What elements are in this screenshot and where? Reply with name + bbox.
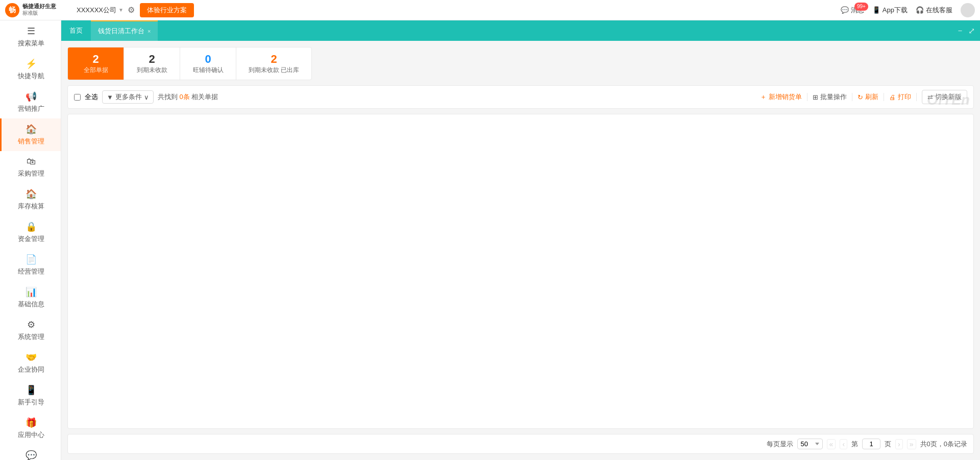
top-header: 畅 畅捷通好生意 标准版 XXXXXX公司 ▼ ⚙ 体验行业方案 💬 消息 99… bbox=[0, 0, 980, 20]
sidebar-label-finance: 资金管理 bbox=[18, 234, 44, 244]
app-download-icon: 📱 bbox=[872, 6, 880, 14]
sidebar-label-inventory: 库存核算 bbox=[18, 202, 44, 211]
tab-active-label: 钱货日清工作台 bbox=[98, 27, 144, 36]
sidebar-item-base-info[interactable]: 📊 基础信息 bbox=[0, 281, 61, 314]
print-button[interactable]: 🖨 打印 bbox=[889, 92, 911, 102]
sidebar-item-purchase[interactable]: 🛍 采购管理 bbox=[0, 151, 61, 183]
refresh-label: 刷新 bbox=[865, 92, 878, 102]
stat-tab-overdue[interactable]: 2 到期未收款 bbox=[124, 47, 180, 80]
marketing-icon: 📢 bbox=[26, 91, 37, 102]
toolbar: 全选 ▼ 更多条件 ∨ 共找到 0条 相关单据 ＋ 新增销货单 bbox=[67, 85, 974, 109]
stat-tab-overdue-label: 到期未收款 bbox=[136, 66, 167, 75]
per-page-label: 每页显示 bbox=[767, 440, 793, 449]
sidebar-label-app-center: 应用中心 bbox=[18, 430, 44, 440]
page-content: 2 全部单据 2 到期未收款 0 旺辅待确认 2 到期未收款 已出库 bbox=[61, 41, 980, 460]
app-version: 标准版 bbox=[22, 10, 56, 17]
batch-icon: ⊞ bbox=[813, 93, 818, 101]
filter-icon: ▼ bbox=[107, 93, 113, 101]
experience-button[interactable]: 体验行业方案 bbox=[140, 3, 194, 17]
sidebar-label-guide: 新手引导 bbox=[18, 398, 44, 407]
print-label: 打印 bbox=[898, 92, 911, 102]
sidebar-item-system[interactable]: ⚙ 系统管理 bbox=[0, 314, 61, 347]
batch-button[interactable]: ⊞ 批量操作 bbox=[813, 92, 847, 102]
message-badge: 99+ bbox=[854, 3, 868, 11]
sidebar-item-guide[interactable]: 📱 新手引导 bbox=[0, 379, 61, 412]
stat-tabs: 2 全部单据 2 到期未收款 0 旺辅待确认 2 到期未收款 已出库 bbox=[67, 47, 312, 80]
sidebar-item-enterprise-wechat[interactable]: 💬 企业微信 bbox=[0, 445, 61, 460]
system-icon: ⚙ bbox=[27, 319, 35, 330]
sidebar: ☰ 搜索菜单 ⚡ 快捷导航 📢 营销推广 🏠 销售管理 🛍 采购管理 🏠 库存核… bbox=[0, 20, 61, 460]
stat-tab-overdue-num: 2 bbox=[136, 53, 167, 66]
tab-bar: 首页 钱货日清工作台 × － ⤢ bbox=[61, 20, 980, 41]
sidebar-item-finance[interactable]: 🔒 资金管理 bbox=[0, 216, 61, 249]
company-name: XXXXXX公司 bbox=[77, 6, 116, 15]
switch-icon: ⇄ bbox=[927, 93, 933, 101]
tab-minimize-icon[interactable]: － bbox=[956, 26, 964, 36]
filter-button[interactable]: ▼ 更多条件 ∨ bbox=[102, 90, 154, 104]
stat-tab-all-label: 全部单据 bbox=[80, 66, 111, 75]
sidebar-item-sales[interactable]: 🏠 销售管理 bbox=[0, 118, 61, 151]
page-last-button[interactable]: » bbox=[907, 439, 916, 449]
sidebar-item-marketing[interactable]: 📢 营销推广 bbox=[0, 86, 61, 118]
filter-dropdown-icon: ∨ bbox=[144, 93, 149, 101]
page-first-button[interactable]: « bbox=[827, 439, 836, 449]
page-next-button[interactable]: › bbox=[895, 439, 903, 449]
sidebar-item-app-center[interactable]: 🎁 应用中心 bbox=[0, 412, 61, 445]
refresh-icon: ↻ bbox=[857, 93, 863, 101]
operations-icon: 📄 bbox=[26, 254, 37, 265]
settings-icon[interactable]: ⚙ bbox=[128, 5, 135, 15]
tab-close-icon[interactable]: × bbox=[148, 28, 151, 34]
stat-tab-overdue-out-num: 2 bbox=[249, 53, 299, 66]
tab-home[interactable]: 首页 bbox=[61, 20, 91, 41]
page-input[interactable] bbox=[862, 439, 880, 449]
divider-2 bbox=[852, 93, 852, 101]
tab-expand-icon[interactable]: ⤢ bbox=[968, 26, 975, 36]
total-info: 共0页，0条记录 bbox=[920, 440, 967, 449]
page-label: 第 bbox=[851, 440, 858, 449]
per-page-select[interactable]: 50 100 200 bbox=[797, 439, 823, 449]
avatar[interactable] bbox=[961, 3, 975, 17]
sidebar-item-operations[interactable]: 📄 经营管理 bbox=[0, 249, 61, 281]
page-prev-button[interactable]: ‹ bbox=[840, 439, 847, 449]
tab-active[interactable]: 钱货日清工作台 × bbox=[91, 20, 158, 41]
headset-icon: 🎧 bbox=[916, 6, 924, 14]
header-right: 💬 消息 99+ 📱 App下载 🎧 在线客服 bbox=[841, 3, 975, 17]
app-center-icon: 🎁 bbox=[26, 417, 37, 428]
sidebar-item-enterprise[interactable]: 🤝 企业协同 bbox=[0, 347, 61, 379]
tab-bar-actions: － ⤢ bbox=[956, 26, 980, 36]
sidebar-label-search-menu: 搜索菜单 bbox=[18, 39, 44, 48]
app-download-button[interactable]: 📱 App下载 bbox=[872, 6, 908, 15]
app-download-label: App下载 bbox=[883, 6, 908, 15]
sidebar-item-quick-nav[interactable]: ⚡ 快捷导航 bbox=[0, 53, 61, 86]
message-icon: 💬 bbox=[841, 6, 849, 14]
plus-icon: ＋ bbox=[760, 92, 767, 102]
found-count: 0条 bbox=[180, 93, 190, 101]
sidebar-item-inventory[interactable]: 🏠 库存核算 bbox=[0, 183, 61, 216]
stat-tab-overdue-out[interactable]: 2 到期未收款 已出库 bbox=[236, 47, 311, 80]
message-button[interactable]: 💬 消息 99+ bbox=[841, 6, 864, 15]
found-prefix: 共找到 bbox=[158, 93, 178, 101]
select-all-checkbox[interactable] bbox=[74, 94, 81, 101]
toolbar-left: 全选 ▼ 更多条件 ∨ 共找到 0条 相关单据 bbox=[74, 90, 218, 104]
online-service-button[interactable]: 🎧 在线客服 bbox=[916, 6, 952, 15]
company-dropdown-icon: ▼ bbox=[118, 7, 124, 13]
stat-tab-wangpu[interactable]: 0 旺辅待确认 bbox=[180, 47, 236, 80]
divider-3 bbox=[884, 93, 884, 101]
page-suffix: 页 bbox=[885, 440, 891, 449]
filter-label: 更多条件 bbox=[115, 92, 142, 102]
stat-tab-all[interactable]: 2 全部单据 bbox=[68, 47, 124, 80]
found-suffix: 相关单据 bbox=[191, 93, 218, 101]
refresh-button[interactable]: ↻ 刷新 bbox=[857, 92, 878, 102]
stat-tab-wangpu-label: 旺辅待确认 bbox=[192, 66, 224, 75]
company-selector[interactable]: XXXXXX公司 ▼ bbox=[77, 6, 124, 15]
sidebar-label-purchase: 采购管理 bbox=[18, 169, 44, 178]
app-name: 畅捷通好生意 bbox=[22, 3, 56, 10]
sidebar-label-operations: 经营管理 bbox=[18, 267, 44, 276]
switch-version-button[interactable]: ⇄ 切换新版 bbox=[922, 90, 967, 104]
new-sale-button[interactable]: ＋ 新增销货单 bbox=[760, 92, 802, 102]
sidebar-item-search-menu[interactable]: ☰ 搜索菜单 bbox=[0, 20, 61, 53]
sidebar-label-sales: 销售管理 bbox=[18, 137, 44, 146]
sidebar-label-enterprise: 企业协同 bbox=[18, 365, 44, 374]
toolbar-right: ＋ 新增销货单 ⊞ 批量操作 ↻ 刷新 🖨 bbox=[760, 90, 967, 104]
search-menu-icon: ☰ bbox=[27, 26, 35, 37]
